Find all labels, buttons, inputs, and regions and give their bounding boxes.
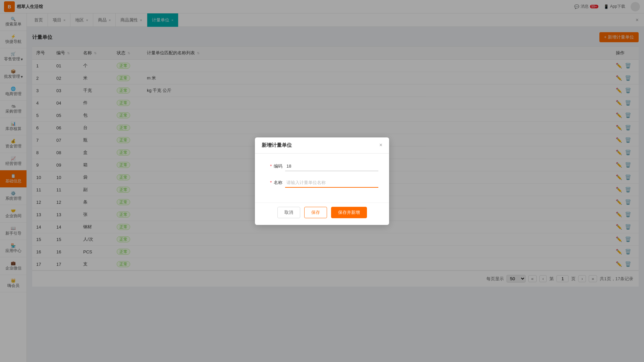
modal-title: 新增计量单位	[262, 142, 292, 148]
form-row-name: * 名称	[266, 178, 378, 188]
form-row-code: * 编码	[266, 162, 378, 171]
required-star-code: *	[270, 164, 272, 169]
save-and-new-button[interactable]: 保存并新增	[331, 207, 367, 218]
form-label-name: * 名称	[266, 180, 282, 186]
cancel-button[interactable]: 取消	[277, 207, 300, 218]
save-button[interactable]: 保存	[304, 207, 327, 218]
modal-body: * 编码 * 名称	[255, 154, 389, 202]
form-label-code: * 编码	[266, 163, 282, 169]
modal-overlay[interactable]: 新增计量单位 × * 编码 * 名称 取消 保存 保存并新增	[0, 0, 644, 362]
modal-close-button[interactable]: ×	[379, 142, 382, 148]
required-star-name: *	[270, 180, 272, 185]
add-unit-modal: 新增计量单位 × * 编码 * 名称 取消 保存 保存并新增	[255, 137, 389, 225]
name-input[interactable]	[285, 178, 378, 188]
modal-footer: 取消 保存 保存并新增	[255, 202, 389, 225]
modal-header: 新增计量单位 ×	[255, 137, 389, 154]
code-input[interactable]	[285, 162, 378, 171]
